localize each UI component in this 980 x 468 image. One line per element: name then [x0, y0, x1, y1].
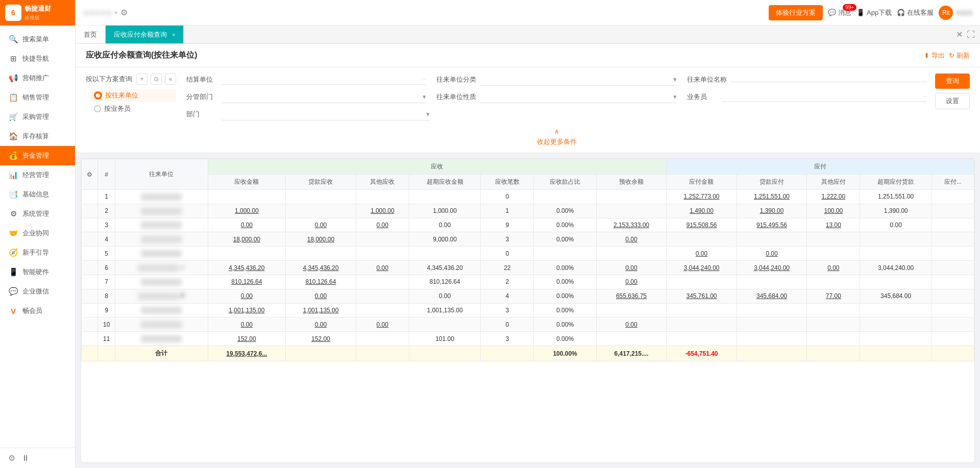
table-cell[interactable]: 810,126.64 [208, 275, 286, 289]
table-cell[interactable]: 1,222.00 [807, 190, 860, 204]
collapse-scheme-btn[interactable]: « [165, 73, 176, 85]
sidebar-item-sales[interactable]: 📋 销售管理 [0, 88, 75, 107]
table-cell[interactable]: 1,490.00 [667, 204, 737, 218]
edit-scheme-btn[interactable]: ⊙ [151, 73, 162, 85]
table-cell[interactable]: 915,495.56 [737, 218, 807, 232]
table-cell[interactable]: 0.00 [596, 261, 667, 275]
table-cell[interactable] [737, 332, 807, 346]
table-cell[interactable]: 0.00 [286, 218, 356, 232]
table-cell[interactable] [356, 232, 409, 247]
sidebar-item-hardware[interactable]: 📱 智能硬件 [0, 262, 75, 282]
settings-col-header[interactable]: ⚙ [82, 159, 98, 190]
table-cell[interactable]: 0.00 [667, 247, 737, 261]
settings-btn[interactable]: 设置 [935, 93, 970, 109]
table-cell[interactable] [667, 332, 737, 346]
table-cell[interactable]: 1,251,551.00 [737, 190, 807, 204]
salesman-input[interactable]: ··· [722, 92, 927, 102]
table-cell[interactable] [737, 303, 807, 317]
table-cell[interactable] [667, 275, 737, 289]
table-cell[interactable] [737, 317, 807, 332]
table-cell[interactable]: 1,000.00 [208, 204, 286, 218]
table-cell[interactable]: 0.00 [356, 218, 409, 232]
table-cell[interactable] [596, 332, 667, 346]
table-cell[interactable]: 1,001,135.00 [286, 303, 356, 317]
export-btn[interactable]: ⬆ 导出 [924, 51, 945, 60]
table-cell[interactable]: 810,126.64 [286, 275, 356, 289]
table-cell[interactable] [356, 247, 409, 261]
collapse-sidebar-btn[interactable]: ⏸ [21, 454, 30, 463]
table-cell[interactable]: 152.00 [286, 332, 356, 346]
table-cell[interactable]: 0.00 [596, 232, 667, 247]
table-cell[interactable]: 0.00 [286, 317, 356, 332]
table-cell[interactable]: 1,001,135.00 [208, 303, 286, 317]
sidebar-item-wechat[interactable]: 💬 企业微信 [0, 282, 75, 301]
sidebar-item-operation[interactable]: 📊 经营管理 [0, 165, 75, 185]
table-cell[interactable]: 0.00 [737, 247, 807, 261]
app-download-btn[interactable]: 📱 App下载 [856, 8, 892, 17]
table-cell[interactable]: 3,044,240.00 [737, 261, 807, 275]
table-cell[interactable] [807, 247, 860, 261]
online-service-btn[interactable]: 🎧 在线客服 [897, 8, 934, 17]
table-cell[interactable] [667, 317, 737, 332]
tab-expand-btn[interactable]: ⛶ [967, 30, 975, 39]
settings-icon[interactable]: ⚙ [8, 453, 15, 463]
refresh-btn[interactable]: ↻ 刷新 [949, 51, 970, 60]
table-cell[interactable]: 2,153,333.00 [596, 218, 667, 232]
table-cell[interactable]: 345,761.00 [667, 289, 737, 303]
add-scheme-btn[interactable]: + [136, 73, 148, 85]
table-cell[interactable] [356, 303, 409, 317]
table-cell[interactable] [737, 275, 807, 289]
table-cell[interactable]: 0.00 [208, 289, 286, 303]
table-cell[interactable]: 4,345,436.20 [208, 261, 286, 275]
table-cell[interactable]: 0.00 [807, 261, 860, 275]
sidebar-item-inventory[interactable]: 🏠 库存核算 [0, 127, 75, 146]
table-cell[interactable]: 0.00 [286, 289, 356, 303]
tab-close-btn[interactable]: × [172, 32, 175, 38]
table-cell[interactable] [286, 247, 356, 261]
table-cell[interactable] [356, 190, 409, 204]
table-cell[interactable]: 345,684.00 [737, 289, 807, 303]
table-cell[interactable] [807, 317, 860, 332]
tab-active[interactable]: 应收应付余额查询 × [106, 26, 184, 43]
table-cell[interactable] [807, 275, 860, 289]
table-cell[interactable]: 0.00 [356, 317, 409, 332]
message-btn[interactable]: 💬 消息 99+ [828, 8, 851, 17]
table-cell[interactable]: 655,636.75 [596, 289, 667, 303]
table-cell[interactable]: 0.00 [596, 275, 667, 289]
sidebar-item-marketing[interactable]: 📢 营销推广 [0, 68, 75, 88]
unit-nature-select[interactable]: ▾ [480, 91, 676, 103]
table-cell[interactable] [667, 232, 737, 247]
table-cell[interactable]: 4,345,436.20 [286, 261, 356, 275]
table-cell[interactable]: 915,508.56 [667, 218, 737, 232]
table-cell[interactable] [356, 275, 409, 289]
scheme-item-salesman[interactable]: 按业务员 [90, 102, 176, 115]
table-cell[interactable] [286, 204, 356, 218]
query-btn[interactable]: 查询 [935, 73, 970, 89]
table-cell[interactable] [356, 332, 409, 346]
table-cell[interactable] [596, 204, 667, 218]
table-cell[interactable]: 0.00 [208, 317, 286, 332]
table-cell[interactable]: 1,390.00 [737, 204, 807, 218]
tab-close-window-btn[interactable]: ✕ [956, 30, 963, 39]
user-avatar-area[interactable]: Rit ● ● ● [939, 6, 972, 20]
table-cell[interactable]: 77.00 [807, 289, 860, 303]
collapse-more-btn[interactable]: ∧ 收起更多条件 [186, 126, 927, 146]
table-cell[interactable]: 1,252,773.00 [667, 190, 737, 204]
demo-btn[interactable]: 体验行业方案 [769, 5, 823, 20]
sidebar-item-basic[interactable]: 📑 基础信息 [0, 185, 75, 204]
table-cell[interactable] [807, 232, 860, 247]
sidebar-item-member[interactable]: V 畅会员 [0, 301, 75, 321]
sidebar-item-system[interactable]: ⚙ 系统管理 [0, 204, 75, 224]
table-cell[interactable]: 0.00 [596, 317, 667, 332]
settings-btn-header[interactable]: ⚙ [120, 8, 128, 17]
table-cell[interactable] [208, 247, 286, 261]
sidebar-item-search[interactable]: 🔍 搜索菜单 [0, 30, 75, 49]
table-cell[interactable] [596, 190, 667, 204]
table-cell[interactable]: 0.00 [208, 218, 286, 232]
table-cell[interactable]: 13.00 [807, 218, 860, 232]
unit-category-select[interactable]: ▾ [480, 73, 676, 86]
table-cell[interactable]: 18,000.00 [286, 232, 356, 247]
scheme-item-unit[interactable]: 按往来单位 [90, 89, 176, 102]
table-cell[interactable] [737, 232, 807, 247]
table-cell[interactable] [596, 303, 667, 317]
